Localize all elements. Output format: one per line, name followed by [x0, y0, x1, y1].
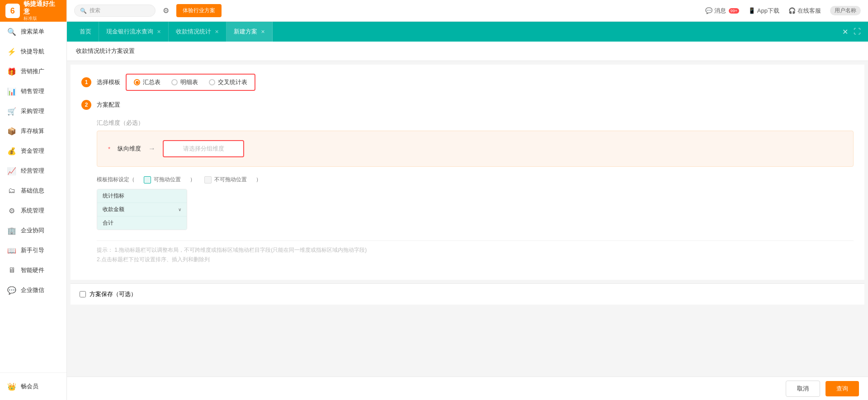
sidebar-item-label: 快捷导航	[21, 47, 44, 56]
sidebar-item-corp-collab[interactable]: 🏢 企业协同	[0, 221, 66, 240]
sidebar-item-label: 搜索菜单	[21, 28, 44, 36]
dim-select-box[interactable]: 请选择分组维度	[163, 140, 244, 157]
topbar-right: 💬 消息 99+ 📱 App下载 🎧 在线客服 用户名称	[705, 6, 861, 15]
settings-icon[interactable]: ⚙	[163, 6, 169, 15]
download-icon: 📱	[748, 7, 755, 14]
operations-icon: 📈	[7, 167, 16, 175]
sidebar-item-purchase[interactable]: 🛒 采购管理	[0, 101, 66, 121]
step1-label: 选择模板	[97, 78, 120, 86]
dimension-area: * 纵向维度 → 请选择分组维度	[97, 131, 854, 167]
sidebar-item-sales[interactable]: 📊 销售管理	[0, 81, 66, 101]
purchase-icon: 🛒	[7, 107, 16, 116]
sidebar-item-search-menu[interactable]: 🔍 搜索菜单	[0, 22, 66, 42]
sidebar-item-basic-info[interactable]: 🗂 基础信息	[0, 181, 66, 201]
tips-area: 提示： 1.拖动标题栏可以调整布局，不可跨维度或指标区域拖动栏目字段(只能在同一…	[97, 240, 854, 271]
corp-wechat-icon: 💬	[7, 286, 16, 295]
radio-detail-dot	[171, 79, 178, 85]
sidebar-item-smart-hw[interactable]: 🖥 智能硬件	[0, 260, 66, 280]
sidebar-item-label: 企业微信	[21, 286, 44, 294]
tab-bank-flow-close[interactable]: ✕	[157, 29, 161, 35]
sidebar-item-vip[interactable]: 👑 畅会员	[0, 376, 66, 396]
sidebar: 6 畅捷通好生意 标准版 🔍 搜索菜单 ⚡ 快捷导航 🎁 营销推广 📊 销售管理…	[0, 0, 67, 400]
tabbar: 首页 现金银行流水查询 ✕ 收款情况统计 ✕ 新建方案 ✕ ✕ ⛶	[67, 22, 868, 42]
sidebar-item-label: 采购管理	[21, 107, 44, 115]
page-content: 收款情况统计方案设置 1 选择模板 汇总表 明细表	[67, 42, 868, 376]
smart-hw-icon: 🖥	[7, 266, 16, 274]
system-icon: ⚙	[7, 207, 16, 215]
tab-new-plan[interactable]: 新建方案 ✕	[226, 22, 273, 42]
sidebar-logo: 6 畅捷通好生意 标准版	[0, 0, 66, 22]
sidebar-item-label: 库存核算	[21, 127, 44, 135]
main-area: 🔍 搜索 ⚙ 体验行业方案 💬 消息 99+ 📱 App下载 🎧 在线客服 用户…	[67, 0, 868, 400]
search-placeholder: 搜索	[90, 7, 100, 14]
tip1: 提示： 1.拖动标题栏可以调整布局，不可跨维度或指标区域拖动栏目字段(只能在同一…	[97, 246, 854, 254]
user-avatar[interactable]: 用户名称	[830, 6, 861, 15]
radio-detail[interactable]: 明细表	[171, 78, 198, 86]
chevron-down-icon: ∨	[178, 207, 181, 212]
save-checkbox[interactable]	[80, 291, 86, 297]
save-label: 方案保存（可选）	[90, 290, 137, 298]
tab-expand-icon[interactable]: ⛶	[854, 28, 861, 36]
tab-home[interactable]: 首页	[71, 22, 99, 42]
radio-summary[interactable]: 汇总表	[134, 78, 160, 86]
app-download-item[interactable]: 📱 App下载	[748, 7, 779, 15]
search-menu-icon: 🔍	[7, 28, 16, 36]
query-button[interactable]: 查询	[826, 381, 859, 396]
sidebar-item-corp-wechat[interactable]: 💬 企业微信	[0, 280, 66, 300]
corp-collab-icon: 🏢	[7, 226, 16, 235]
marketing-icon: 🎁	[7, 67, 16, 76]
sidebar-item-label: 畅会员	[21, 382, 38, 391]
radio-cross-dot	[209, 79, 215, 85]
sidebar-item-marketing[interactable]: 🎁 营销推广	[0, 61, 66, 81]
tab-new-plan-close[interactable]: ✕	[261, 29, 265, 35]
sidebar-item-operations[interactable]: 📈 经营管理	[0, 161, 66, 181]
sidebar-item-inventory[interactable]: 📦 库存核算	[0, 121, 66, 141]
sidebar-item-label: 经营管理	[21, 167, 44, 175]
radio-summary-label: 汇总表	[143, 78, 160, 86]
step2-label: 方案配置	[97, 101, 120, 109]
fixed-icon	[204, 176, 212, 184]
tip2: 2.点击标题栏下拉可设置排序、插入列和删除列	[97, 256, 854, 264]
tab-collection-stat-label: 收款情况统计	[176, 28, 211, 36]
indicator-section: 模板指标设定（ 可拖动位置 ） 不可拖动位置 ） 统计指标	[97, 176, 854, 231]
tab-new-plan-label: 新建方案	[234, 28, 257, 36]
step2-row: 2 方案配置	[81, 100, 854, 110]
tab-bank-flow-label: 现金银行流水查询	[106, 28, 153, 36]
sidebar-item-quick-nav[interactable]: ⚡ 快捷导航	[0, 42, 66, 61]
online-service-item[interactable]: 🎧 在线客服	[788, 7, 821, 15]
trial-btn[interactable]: 体验行业方案	[176, 4, 222, 17]
message-icon: 💬	[705, 7, 712, 14]
indicator-col-amount-label: 收款金额	[103, 206, 124, 213]
app-name: 畅捷通好生意	[24, 0, 61, 15]
vip-icon: 👑	[7, 382, 16, 391]
required-star: *	[108, 146, 110, 152]
sidebar-item-system[interactable]: ⚙ 系统管理	[0, 201, 66, 221]
radio-summary-dot	[134, 79, 140, 85]
tab-collection-stat[interactable]: 收款情况统计 ✕	[169, 22, 226, 42]
vertical-dim-label: 纵向维度	[118, 145, 141, 153]
sales-icon: 📊	[7, 87, 16, 96]
basic-info-icon: 🗂	[7, 187, 16, 195]
radio-cross[interactable]: 交叉统计表	[209, 78, 247, 86]
template-radio-group: 汇总表 明细表 交叉统计表	[126, 74, 255, 91]
indicator-col-amount[interactable]: 收款金额 ∨	[97, 203, 187, 216]
service-icon: 🎧	[788, 7, 796, 14]
online-service-label: 在线客服	[797, 7, 821, 15]
message-item[interactable]: 💬 消息 99+	[705, 7, 739, 15]
cancel-button[interactable]: 取消	[786, 381, 820, 397]
sidebar-item-finance[interactable]: 💰 资金管理	[0, 141, 66, 161]
finance-icon: 💰	[7, 147, 16, 155]
dim-arrow-icon: →	[148, 145, 156, 153]
tab-bank-flow[interactable]: 现金银行流水查询 ✕	[99, 22, 169, 42]
page-header: 收款情况统计方案设置	[67, 42, 868, 61]
sidebar-item-guide[interactable]: 📖 新手引导	[0, 240, 66, 260]
message-label: 消息	[714, 7, 726, 15]
tabbar-right: ✕ ⛶	[842, 28, 864, 36]
sidebar-item-label: 基础信息	[21, 187, 44, 195]
tab-collection-stat-close[interactable]: ✕	[215, 29, 219, 35]
tab-home-label: 首页	[80, 28, 91, 36]
search-box[interactable]: 🔍 搜索	[74, 5, 156, 17]
tab-close-all-icon[interactable]: ✕	[842, 28, 848, 36]
sidebar-item-label: 系统管理	[21, 207, 44, 215]
sidebar-item-label: 新手引导	[21, 246, 44, 254]
